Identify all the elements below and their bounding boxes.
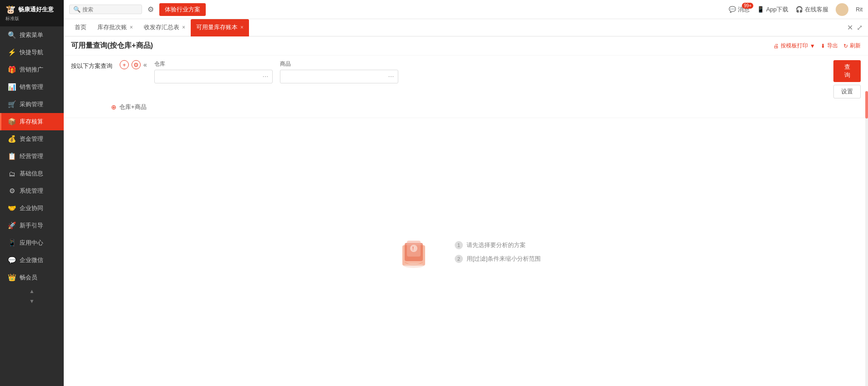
goods-label: 商品 <box>280 60 398 68</box>
app-download-btn[interactable]: 📱 App下载 <box>757 5 788 14</box>
query-btn[interactable]: 查询 <box>833 60 861 82</box>
refresh-label: 刷新 <box>850 42 861 50</box>
gear-icon: ⚙ <box>8 187 16 195</box>
sidebar-scroll: 🔍 搜索菜单 ⚡ 快捷导航 🎁 营销推广 📊 销售管理 🛒 采购管理 📦 库存核… <box>0 26 64 386</box>
tabs-right: ✕ ⤢ <box>847 23 863 32</box>
hint-num-2: 2 <box>455 255 463 263</box>
tab-available-ledger-close[interactable]: × <box>240 24 244 31</box>
tab-home-label: 首页 <box>75 23 86 31</box>
main-wrapper: 🔍 ⚙ 体验行业方案 💬 消息 99+ 📱 App下载 🎧 在线客服 Rit <box>64 0 868 386</box>
empty-state: ! 1 请先选择要分析的方案 2 用[过滤]条件来缩小分析范围 <box>64 118 868 386</box>
search-icon: 🔍 <box>8 31 16 39</box>
query-label: 按以下方案查询 <box>71 60 112 70</box>
trial-btn[interactable]: 体验行业方案 <box>159 3 206 16</box>
filter-fields: 仓库 ··· 商品 ··· <box>154 60 826 83</box>
warehouse-input[interactable]: ··· <box>154 70 273 83</box>
right-scrollbar[interactable] <box>865 91 868 386</box>
query-row: 按以下方案查询 + ⚙ « 仓库 ··· <box>71 60 861 98</box>
sidebar-item-search[interactable]: 🔍 搜索菜单 <box>0 26 64 44</box>
sidebar-scroll-up[interactable]: ▲ <box>0 286 64 296</box>
tab-home[interactable]: 首页 <box>69 19 92 36</box>
empty-hints: 1 请先选择要分析的方案 2 用[过滤]条件来缩小分析范围 <box>455 241 541 263</box>
gear-icon[interactable]: ⚙ <box>146 3 156 15</box>
service-label: 在线客服 <box>805 5 828 14</box>
sidebar-item-member[interactable]: 👑 畅会员 <box>0 269 64 286</box>
settings-scheme-btn[interactable]: ⚙ <box>132 60 141 69</box>
topbar-search-box[interactable]: 🔍 <box>69 5 142 14</box>
tab-batch-ledger[interactable]: 库存批次账 × <box>92 19 138 36</box>
username: Rit <box>856 6 863 13</box>
tab-available-ledger[interactable]: 可用量库存账本 × <box>191 19 249 36</box>
sidebar-item-label: 搜索菜单 <box>20 31 43 39</box>
phone-icon: 📱 <box>8 239 16 247</box>
sidebar-scroll-down[interactable]: ▼ <box>0 296 64 306</box>
sidebar-item-wechat[interactable]: 💬 企业微信 <box>0 252 64 269</box>
sidebar-item-apps[interactable]: 📱 应用中心 <box>0 234 64 252</box>
add-scheme-btn[interactable]: + <box>120 60 129 69</box>
sidebar-item-system[interactable]: ⚙ 系统管理 <box>0 182 64 200</box>
sidebar-item-label: 系统管理 <box>20 187 43 195</box>
scheme-item-warehouse-goods[interactable]: ⊕ 仓库+商品 <box>107 101 861 113</box>
hint-text-2: 用[过滤]条件来缩小分析范围 <box>467 255 541 263</box>
message-badge: 99+ <box>742 3 753 9</box>
lightning-icon: ⚡ <box>8 48 16 57</box>
scheme-item-label: 仓库+商品 <box>119 103 147 111</box>
sidebar-item-enterprise[interactable]: 🤝 企业协同 <box>0 200 64 217</box>
goods-dots-btn[interactable]: ··· <box>388 72 394 81</box>
refresh-icon: ↻ <box>843 43 848 49</box>
sidebar-item-sales[interactable]: 📊 销售管理 <box>0 78 64 96</box>
tab-receipt-summary-close[interactable]: × <box>182 24 185 31</box>
sidebar-item-inventory[interactable]: 📦 库存核算 <box>0 113 64 130</box>
handshake-icon: 🤝 <box>8 204 16 212</box>
hint-text-1: 请先选择要分析的方案 <box>467 241 526 249</box>
tab-receipt-summary[interactable]: 收发存汇总表 × <box>138 19 191 36</box>
export-icon: ⬇ <box>821 43 825 49</box>
empty-hint-1: 1 请先选择要分析的方案 <box>455 241 541 249</box>
query-scheme-header: + ⚙ « <box>120 60 147 69</box>
sidebar-item-newbie[interactable]: 🚀 新手引导 <box>0 217 64 234</box>
avatar <box>836 3 848 16</box>
cart-icon: 🛒 <box>8 100 16 108</box>
content-wrapper: 可用量查询(按仓库+商品) 🖨 按模板打印 ▼ ⬇ 导出 ↻ 刷新 <box>64 36 868 386</box>
sidebar-item-purchase[interactable]: 🛒 采购管理 <box>0 96 64 113</box>
warehouse-dots-btn[interactable]: ··· <box>262 72 268 81</box>
sidebar-item-shortcut[interactable]: ⚡ 快捷导航 <box>0 44 64 61</box>
warehouse-field: 仓库 ··· <box>154 60 273 83</box>
print-btn[interactable]: 🖨 按模板打印 ▼ <box>773 42 815 50</box>
tab-batch-ledger-label: 库存批次账 <box>97 23 127 31</box>
message-btn[interactable]: 💬 消息 99+ <box>729 5 750 14</box>
sidebar-item-label: 畅会员 <box>20 273 37 282</box>
sidebar-item-label: 快捷导航 <box>20 48 43 57</box>
expand-btn[interactable]: ⤢ <box>857 23 863 32</box>
hint-num-1: 1 <box>455 241 463 249</box>
chevron-down-icon: ▼ <box>810 43 815 49</box>
online-service-btn[interactable]: 🎧 在线客服 <box>796 5 828 14</box>
export-btn[interactable]: ⬇ 导出 <box>821 42 838 50</box>
sidebar-item-label: 采购管理 <box>20 100 43 108</box>
search-input[interactable] <box>82 6 137 13</box>
scheme-list: ⊕ 仓库+商品 <box>71 101 861 113</box>
refresh-btn[interactable]: ↻ 刷新 <box>843 42 861 50</box>
sidebar-item-operations[interactable]: 📋 经营管理 <box>0 148 64 165</box>
sidebar-item-marketing[interactable]: 🎁 营销推广 <box>0 61 64 78</box>
svg-point-5 <box>404 263 424 268</box>
sidebar-item-finance[interactable]: 💰 资金管理 <box>0 130 64 148</box>
sidebar-subtitle: 标准版 <box>5 15 19 22</box>
empty-illustration: ! <box>391 229 437 275</box>
close-all-tabs-btn[interactable]: ✕ <box>847 23 853 32</box>
topbar-right: 💬 消息 99+ 📱 App下载 🎧 在线客服 Rit <box>729 3 863 16</box>
box-icon: 📦 <box>8 118 16 126</box>
setting-btn[interactable]: 设置 <box>833 85 861 98</box>
crown-icon: 👑 <box>8 273 16 282</box>
query-btns: 查询 设置 <box>833 60 861 98</box>
sidebar-item-label: 基础信息 <box>20 170 43 178</box>
collapse-btn[interactable]: « <box>143 61 147 68</box>
scrollbar-thumb[interactable] <box>865 91 868 118</box>
page-header: 可用量查询(按仓库+商品) 🖨 按模板打印 ▼ ⬇ 导出 ↻ 刷新 <box>64 36 868 55</box>
sidebar-item-basic[interactable]: 🗂 基础信息 <box>0 165 64 182</box>
goods-input[interactable]: ··· <box>280 70 398 83</box>
query-section: 按以下方案查询 + ⚙ « 仓库 ··· <box>64 56 868 118</box>
gift-icon: 🎁 <box>8 66 16 74</box>
tab-batch-ledger-close[interactable]: × <box>130 24 133 31</box>
goods-field: 商品 ··· <box>280 60 398 83</box>
